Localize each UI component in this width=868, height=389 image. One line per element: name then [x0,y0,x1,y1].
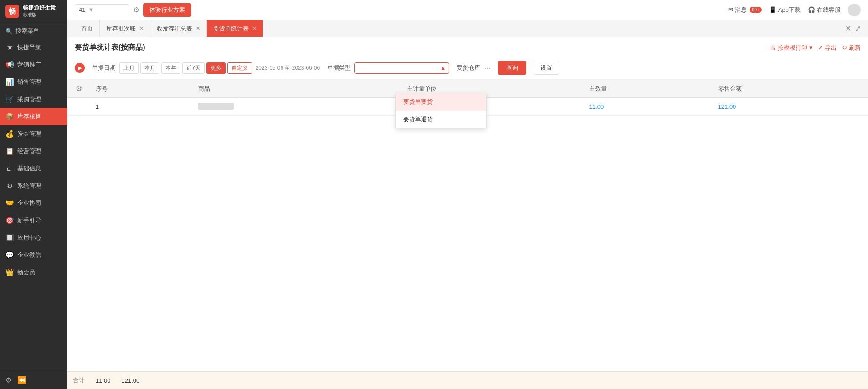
filter-warehouse-more[interactable]: ··· [484,63,491,73]
sidebar: 畅 畅捷通好生意 标准版 🔍 搜索菜单 ★ 快捷导航 📢 营销推广 📊 销售管理… [0,0,67,389]
date-btn-more[interactable]: 更多 [206,62,226,74]
cell-check [67,98,90,116]
industry-plan-button[interactable]: 体验行业方案 [143,3,191,17]
date-btn-this-year[interactable]: 本年 [161,62,180,74]
system-icon: ⚙ [5,182,14,190]
sidebar-item-inventory[interactable]: 📦 库存核算 [0,108,67,125]
tab-summary[interactable]: 收发存汇总表 ✕ [150,20,207,37]
finance-icon: 💰 [5,130,14,138]
tab-order-stat[interactable]: 要货单统计表 ✕ [207,20,263,37]
search-icon: 🔍 [5,28,13,35]
footer-amount-value: 121.00 [122,377,140,384]
dropdown-item-return[interactable]: 要货单退货 [396,111,486,128]
quick-nav-icon: ★ [5,43,14,51]
filter-warehouse-label: 要货仓库 [457,64,480,72]
app-title: 畅捷通好生意 标准版 [23,5,56,18]
inventory-icon: 📦 [5,113,14,121]
main-area: 41 ▼ ⚙ 体验行业方案 ✉ 消息 99+ 📱 App下载 🎧 在线客服 [67,0,868,389]
user-avatar[interactable] [848,4,861,16]
date-range-text: 2023-05-06 至 2023-06-06 [256,64,320,72]
topbar-gear-icon[interactable]: ⚙ [133,5,139,14]
refresh-icon: ↻ [842,44,847,51]
sales-icon: 📊 [5,78,14,86]
sidebar-item-basic[interactable]: 🗂 基础信息 [0,160,67,177]
page-header: 要货单统计表(按商品) 🖨 按模板打印 ▾ ↗ 导出 ↻ 刷新 [67,37,868,56]
col-quantity: 主数量 [584,80,713,98]
filter-expand-button[interactable]: ▶ [75,63,85,73]
appstore-icon: 🔲 [5,234,14,242]
sidebar-collapse-btn[interactable]: ⏪ [17,376,26,384]
tabs-actions: ✕ ⤢ [845,24,861,33]
guide-icon: 🎯 [5,216,14,225]
sidebar-footer: ⚙ ⏪ [0,371,67,389]
sidebar-item-quick-nav[interactable]: ★ 快捷导航 [0,39,67,56]
table-footer: 合计 11.00 121.00 [67,371,868,389]
operations-icon: 📋 [5,147,14,155]
filter-type-label: 单据类型 [327,64,351,72]
online-service-btn[interactable]: 🎧 在线客服 [808,6,841,14]
filter-date-label: 单据日期 [92,64,116,72]
app-download-btn[interactable]: 📱 App下载 [769,6,801,14]
tab-batch[interactable]: 库存批次账 ✕ [100,20,150,37]
print-template-btn[interactable]: 🖨 按模板打印 ▾ [770,44,812,52]
sidebar-search[interactable]: 🔍 搜索菜单 [0,23,67,39]
page-title: 要货单统计表(按商品) [75,43,145,52]
messages-badge: 99+ [750,7,762,13]
filter-date-group: 单据日期 上月 本月 本年 近7天 更多 自定义 2023-05-06 至 20… [92,62,320,74]
quantity-link[interactable]: 11.00 [589,103,604,110]
tab-order-stat-close[interactable]: ✕ [252,26,257,31]
date-btn-recent7[interactable]: 近7天 [182,62,205,74]
footer-summary: 合计 [73,376,85,384]
sidebar-item-purchase[interactable]: 🛒 采购管理 [0,91,67,108]
sidebar-item-finance[interactable]: 💰 资金管理 [0,125,67,143]
filter-settings-button[interactable]: 设置 [534,61,559,75]
amount-link[interactable]: 121.00 [718,103,736,110]
col-settings[interactable]: ⚙ [67,80,90,98]
service-icon: 🎧 [808,6,815,13]
date-btn-custom[interactable]: 自定义 [227,62,252,74]
tab-summary-close[interactable]: ✕ [196,26,200,31]
tab-window-close[interactable]: ✕ [845,24,851,33]
company-selector[interactable]: 41 ▼ [75,4,129,15]
footer-summary-label: 合计 [73,376,85,384]
type-dropdown: 要货单要货 要货单退货 [395,93,487,128]
sidebar-item-appstore[interactable]: 🔲 应用中心 [0,229,67,246]
col-amount: 零售金额 [713,80,868,98]
refresh-btn[interactable]: ↻ 刷新 [842,44,861,52]
table-settings-icon[interactable]: ⚙ [76,85,82,92]
filter-type-group: 单据类型 ▲ [327,62,449,74]
filter-bar: ▶ 单据日期 上月 本月 本年 近7天 更多 自定义 2023-05-06 至 … [67,56,868,80]
topbar: 41 ▼ ⚙ 体验行业方案 ✉ 消息 99+ 📱 App下载 🎧 在线客服 [67,0,868,20]
cell-quantity: 11.00 [584,98,713,116]
sidebar-item-enterprise[interactable]: 🤝 企业协同 [0,194,67,212]
company-name: 41 [79,6,85,13]
tab-home[interactable]: 首页 [75,20,100,37]
sidebar-item-system[interactable]: ⚙ 系统管理 [0,177,67,194]
sidebar-item-marketing[interactable]: 📢 营销推广 [0,56,67,73]
messages-btn[interactable]: ✉ 消息 99+ [728,6,762,14]
col-index: 序号 [90,80,193,98]
sidebar-item-operations[interactable]: 📋 经营管理 [0,143,67,160]
sidebar-item-sales[interactable]: 📊 销售管理 [0,73,67,91]
dropdown-item-purchase[interactable]: 要货单要货 [396,93,486,111]
sidebar-item-vip[interactable]: 👑 畅会员 [0,264,67,281]
wechat-icon: 💬 [5,251,14,259]
export-btn[interactable]: ↗ 导出 [818,44,837,52]
chevron-down-icon: ▾ [809,44,812,51]
basic-icon: 🗂 [5,165,14,173]
sidebar-settings-icon[interactable]: ⚙ [5,376,12,384]
footer-quantity: 11.00 [96,377,111,384]
vip-icon: 👑 [5,268,14,276]
filter-type-input[interactable] [354,62,449,74]
tab-window-expand[interactable]: ⤢ [855,24,861,33]
date-btn-this-month[interactable]: 本月 [140,62,159,74]
topbar-right: ✉ 消息 99+ 📱 App下载 🎧 在线客服 [728,4,861,16]
cell-product: 商品名称商品 [193,98,401,116]
date-btn-last-month[interactable]: 上月 [119,62,139,74]
date-buttons: 上月 本月 本年 近7天 更多 自定义 [119,62,252,74]
filter-query-button[interactable]: 查询 [498,61,526,75]
tab-batch-close[interactable]: ✕ [139,26,144,31]
sidebar-item-guide[interactable]: 🎯 新手引导 [0,212,67,229]
footer-quantity-value: 11.00 [96,377,111,384]
sidebar-item-wechat[interactable]: 💬 企业微信 [0,246,67,264]
